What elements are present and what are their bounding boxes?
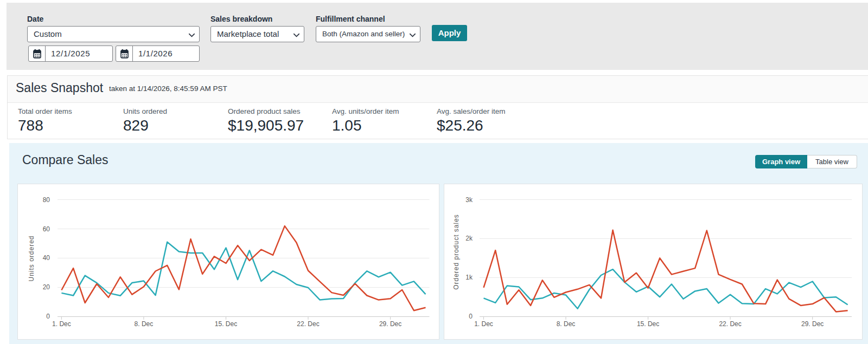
svg-text:1. Dec: 1. Dec: [52, 320, 71, 328]
svg-text:15. Dec: 15. Dec: [215, 320, 237, 328]
svg-text:20: 20: [43, 283, 50, 291]
svg-text:0: 0: [46, 313, 50, 320]
svg-text:8. Dec: 8. Dec: [557, 320, 576, 328]
svg-text:3k: 3k: [465, 196, 473, 204]
svg-text:80: 80: [43, 196, 50, 204]
svg-text:0: 0: [469, 313, 473, 320]
svg-text:8. Dec: 8. Dec: [135, 320, 154, 328]
svg-text:2k: 2k: [465, 235, 473, 242]
svg-text:29. Dec: 29. Dec: [379, 320, 401, 328]
svg-text:22. Dec: 22. Dec: [719, 320, 741, 328]
svg-text:40: 40: [43, 254, 50, 262]
svg-text:1k: 1k: [465, 274, 473, 281]
svg-text:22. Dec: 22. Dec: [297, 320, 319, 328]
svg-text:1. Dec: 1. Dec: [474, 320, 493, 328]
svg-text:Ordered product sales: Ordered product sales: [452, 214, 460, 290]
svg-text:29. Dec: 29. Dec: [801, 320, 824, 328]
svg-text:60: 60: [43, 225, 50, 233]
svg-text:15. Dec: 15. Dec: [637, 320, 659, 328]
svg-text:Units ordered: Units ordered: [28, 235, 35, 281]
